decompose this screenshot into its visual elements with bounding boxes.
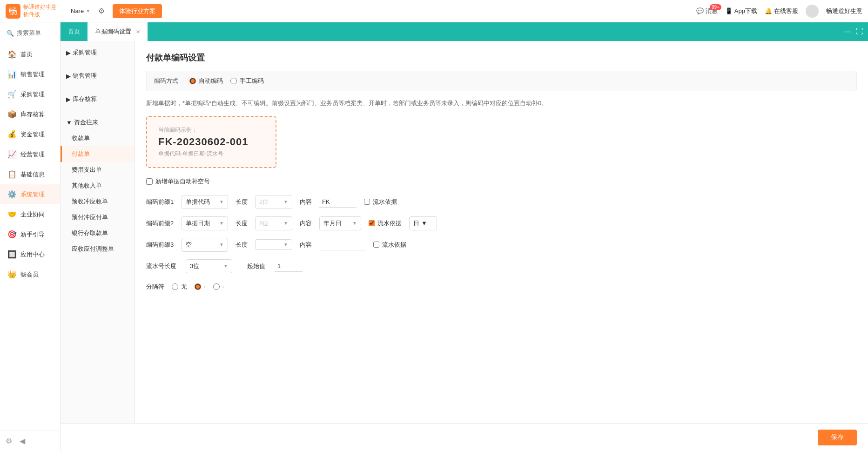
day-select[interactable]: 日 ▼	[409, 216, 437, 230]
sidebar-item-enterprise-label: 企业协同	[20, 210, 45, 219]
company-select[interactable]: Nare ▼	[71, 7, 90, 14]
code-example-label: 当前编码示例：	[158, 126, 264, 134]
topbar: 畅 畅通道好生意 插件版 Nare ▼ ⚙ 体验行业方案 💬 消息 99+ 📱 …	[0, 0, 868, 22]
main-panel: 付款单编码设置 编码方式 自动编码 手工编码	[135, 41, 868, 423]
serial-length-arrow-icon: ▼	[223, 263, 228, 269]
serial1-checkbox[interactable]	[364, 199, 370, 205]
tab-close-icon[interactable]: ✕	[136, 29, 140, 35]
save-button[interactable]: 保存	[818, 430, 857, 445]
auto-radio-item[interactable]: 自动编码	[189, 77, 223, 85]
sidebar-item-inventory-label: 库存核算	[20, 110, 45, 119]
sidebar-item-finance[interactable]: 💰 资金管理	[0, 124, 60, 144]
app-download-button[interactable]: 📱 App下载	[725, 7, 757, 15]
sep-dot-radio[interactable]	[195, 283, 201, 290]
system-icon: ⚙️	[7, 190, 17, 199]
sub-sidebar-payment[interactable]: 付款单	[61, 146, 135, 162]
topbar-right: 💬 消息 99+ 📱 App下载 🔔 在线客服 畅通道好生意	[696, 5, 862, 18]
sidebar-item-enterprise[interactable]: 🤝 企业协同	[0, 204, 60, 224]
serial1-checkbox-group: 流水依据	[364, 198, 397, 206]
chevron-right-icon2: ▶	[66, 73, 71, 80]
sidebar-collapse-icon[interactable]: ◀	[20, 437, 25, 445]
length1-label: 长度	[236, 198, 248, 206]
sep-other-item[interactable]: ·	[213, 283, 224, 290]
start-value-input[interactable]	[275, 261, 303, 272]
auto-fill-row[interactable]: 新增单据自动补空号	[146, 177, 857, 186]
serial-length-select[interactable]: 3位 ▼	[186, 259, 232, 273]
sub-sidebar-other-income[interactable]: 其他收入单	[61, 178, 135, 194]
sub-sidebar-inventory-title[interactable]: ▶ 库存核算	[61, 91, 135, 107]
tab-coding[interactable]: 单据编码设置 ✕	[87, 22, 148, 41]
sidebar-item-guide[interactable]: 🎯 新手引导	[0, 224, 60, 244]
serial3-checkbox-group: 流水依据	[373, 241, 406, 249]
sidebar-search-area: 🔍 搜索菜单	[0, 22, 60, 44]
prefix3-row: 编码前缀3 空 ▼ 长度 ▼ 内容 流水依据	[146, 238, 857, 252]
prefix3-value: 空	[186, 241, 192, 249]
messages-button[interactable]: 💬 消息 99+	[696, 7, 718, 15]
auto-fill-checkbox[interactable]	[146, 178, 153, 185]
finance-icon: 💰	[7, 130, 17, 139]
download-icon: 📱	[725, 7, 733, 14]
length2-arrow-icon: ▼	[283, 221, 288, 226]
serial3-checkbox[interactable]	[373, 242, 379, 248]
sub-sidebar-purchase-title[interactable]: ▶ 采购管理	[61, 45, 135, 61]
sidebar-item-apps[interactable]: 🔲 应用中心	[0, 244, 60, 264]
length2-select[interactable]: 8位 ▼	[255, 216, 292, 230]
sidebar-item-inventory[interactable]: 📦 库存核算	[0, 104, 60, 124]
sidebar-item-apps-label: 应用中心	[20, 250, 45, 259]
online-service-button[interactable]: 🔔 在线客服	[765, 7, 798, 15]
sidebar-item-purchase[interactable]: 🛒 采购管理	[0, 84, 60, 104]
manual-radio-input[interactable]	[230, 78, 237, 84]
prefix1-select[interactable]: 单据代码 ▼	[182, 195, 228, 209]
sub-sidebar-prepay-pay[interactable]: 预付冲应付单	[61, 209, 135, 225]
start-value-label: 起始值	[247, 262, 265, 270]
sub-sidebar-sales-title[interactable]: ▶ 销售管理	[61, 68, 135, 84]
enterprise-icon: 🤝	[7, 210, 17, 219]
sep-other-radio[interactable]	[213, 283, 220, 290]
tab-minimize-icon[interactable]: —	[844, 27, 851, 36]
tab-maximize-icon[interactable]: ⛶	[856, 27, 863, 36]
sub-sidebar-receipt[interactable]: 收款单	[61, 130, 135, 146]
sidebar-item-member[interactable]: 👑 畅会员	[0, 264, 60, 284]
sidebar-item-operation[interactable]: 📈 经营管理	[0, 144, 60, 164]
sidebar-item-sales[interactable]: 📊 销售管理	[0, 64, 60, 84]
sub-sidebar: ▶ 采购管理 ▶ 销售管理 ▶ 库存核算	[61, 41, 135, 423]
sep-none-item[interactable]: 无	[172, 283, 187, 291]
sidebar-settings-icon[interactable]: ⚙	[6, 437, 12, 445]
content2-select[interactable]: 年月日 ▼	[319, 216, 361, 230]
content3-label: 内容	[300, 241, 312, 249]
length1-select[interactable]: 2位 ▼	[255, 195, 292, 209]
content1-input[interactable]	[319, 196, 357, 208]
sub-sidebar-adjust[interactable]: 应收应付调整单	[61, 241, 135, 257]
trial-button[interactable]: 体验行业方案	[113, 4, 162, 18]
sidebar-item-member-label: 畅会员	[20, 270, 39, 279]
code-example-box: 当前编码示例： FK-20230602-001 单据代码-单据日期-流水号	[146, 116, 276, 168]
serial2-checkbox[interactable]	[369, 220, 375, 226]
sidebar-item-purchase-label: 采购管理	[20, 90, 45, 99]
prefix2-label: 编码前缀2	[146, 219, 174, 228]
sidebar-item-home[interactable]: 🏠 首页	[0, 44, 60, 64]
sidebar-item-operation-label: 经营管理	[20, 150, 45, 159]
prefix2-select[interactable]: 单据日期 ▼	[182, 216, 228, 230]
sub-sidebar-capital-title[interactable]: ▼ 资金往来	[61, 114, 135, 130]
avatar[interactable]	[806, 5, 819, 18]
auto-radio-input[interactable]	[189, 78, 196, 84]
settings-icon[interactable]: ⚙	[95, 5, 108, 18]
service-label: 在线客服	[774, 7, 798, 15]
content3-input[interactable]	[319, 239, 366, 250]
prefix3-label: 编码前缀3	[146, 241, 174, 249]
bottom-bar: 保存	[61, 423, 868, 451]
sub-sidebar-bank[interactable]: 银行存取款单	[61, 225, 135, 241]
tab-home[interactable]: 首页	[61, 22, 87, 41]
manual-radio-item[interactable]: 手工编码	[230, 77, 264, 85]
search-menu-button[interactable]: 🔍 搜索菜单	[4, 27, 56, 39]
prefix3-select[interactable]: 空 ▼	[182, 238, 228, 252]
sep-dot-item[interactable]: ·	[195, 283, 206, 290]
length3-select[interactable]: ▼	[255, 239, 292, 250]
sidebar-item-base[interactable]: 📋 基础信息	[0, 164, 60, 184]
sub-sidebar-group-purchase: ▶ 采购管理	[61, 41, 135, 64]
content1-label: 内容	[300, 198, 312, 206]
sep-none-radio[interactable]	[172, 283, 178, 290]
sidebar-item-system[interactable]: ⚙️ 系统管理	[0, 184, 60, 204]
sub-sidebar-expense[interactable]: 费用支出单	[61, 162, 135, 178]
sub-sidebar-prepay-receive[interactable]: 预收冲应收单	[61, 194, 135, 209]
